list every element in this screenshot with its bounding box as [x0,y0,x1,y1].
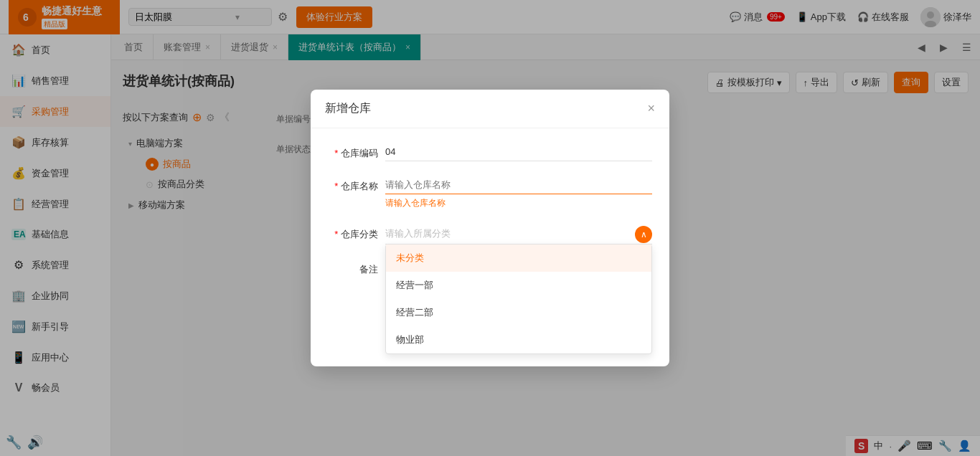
form-row-warehouse-code: * 仓库编码 [328,143,652,161]
modal-overlay: 新增仓库 × * 仓库编码 * 仓库名称 [0,0,980,456]
warehouse-code-label: * 仓库编码 [328,143,385,160]
form-row-warehouse-name: * 仓库名称 请输入仓库名称 [328,176,652,209]
warehouse-code-input[interactable] [385,143,652,161]
warehouse-modal: 新增仓库 × * 仓库编码 * 仓库名称 [311,90,669,366]
dropdown-item-ops1[interactable]: 经营一部 [386,272,651,299]
dropdown-item-property[interactable]: 物业部 [386,326,651,353]
form-row-warehouse-cat: * 仓库分类 请输入所属分类 ∧ 未分类 经营一部 经营二部 物业部 [328,224,652,244]
dropdown-item-uncategorized[interactable]: 未分类 [386,244,651,272]
warehouse-cat-placeholder: 请输入所属分类 [385,227,451,240]
dropdown-item-ops2[interactable]: 经营二部 [386,299,651,326]
warehouse-name-label: * 仓库名称 [328,176,385,193]
warehouse-cat-dropdown: 未分类 经营一部 经营二部 物业部 [385,244,652,354]
warehouse-cat-label: * 仓库分类 [328,224,385,241]
modal-close-button[interactable]: × [647,101,655,116]
modal-body: * 仓库编码 * 仓库名称 请输入仓库名称 [311,128,669,319]
modal-header: 新增仓库 × [311,90,669,128]
warehouse-cat-input-box[interactable]: 请输入所属分类 [385,224,652,244]
warehouse-cat-chevron[interactable]: ∧ [635,226,652,243]
modal-title: 新增仓库 [325,101,371,116]
warehouse-name-control: 请输入仓库名称 [385,176,652,209]
warehouse-name-input[interactable] [385,176,652,194]
warehouse-cat-control: 请输入所属分类 ∧ 未分类 经营一部 经营二部 物业部 [385,224,652,244]
warehouse-code-control [385,143,652,161]
warehouse-name-error: 请输入仓库名称 [385,197,652,209]
remarks-label: 备注 [328,259,385,276]
